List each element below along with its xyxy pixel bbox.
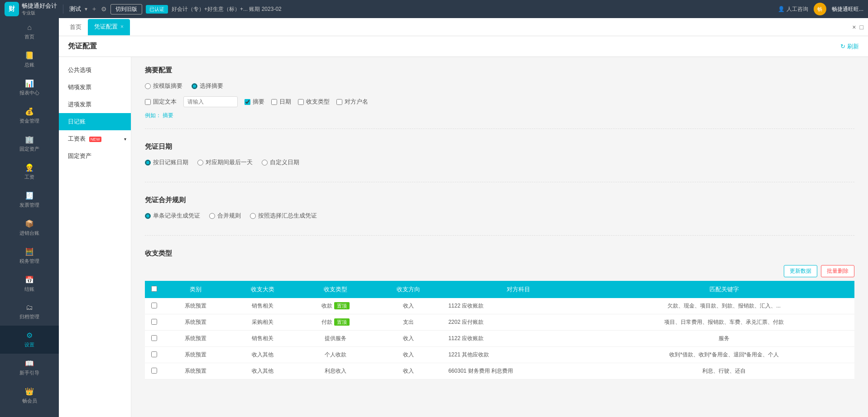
sidebar-item-assets[interactable]: 🏢 固定资产 bbox=[0, 130, 59, 158]
salary-icon: 👷 bbox=[25, 163, 34, 172]
summary-radio-group: 按模版摘要 选择摘要 bbox=[145, 82, 854, 90]
sidebar-label-reports: 报表中心 bbox=[19, 90, 39, 96]
refresh-icon: ↻ bbox=[840, 43, 845, 50]
row-category-3: 系统预置 bbox=[163, 347, 228, 363]
env-dropdown-icon[interactable]: ▾ bbox=[85, 6, 87, 12]
add-icon[interactable]: ＋ bbox=[91, 5, 97, 13]
row-checkbox-1[interactable] bbox=[145, 314, 163, 331]
sidebar-item-stock[interactable]: 📦 进销台账 bbox=[0, 214, 59, 242]
tab-close-btn[interactable]: × bbox=[120, 24, 124, 30]
archive-icon: 🗂 bbox=[26, 303, 33, 312]
sidebar-item-ledger[interactable]: 📒 总账 bbox=[0, 46, 59, 74]
tab-voucher-config[interactable]: 凭证配置 × bbox=[88, 19, 130, 35]
checkbox-counterparty-label: 对方户名 bbox=[345, 98, 368, 106]
left-nav-public[interactable]: 公共选项 bbox=[59, 62, 131, 79]
left-nav-fixed-assets[interactable]: 固定资产 bbox=[59, 147, 131, 165]
row-checkbox-3[interactable] bbox=[145, 347, 163, 363]
sidebar-label-settings: 设置 bbox=[24, 341, 34, 348]
radio-summary-gen-input[interactable] bbox=[250, 213, 256, 219]
checkbox-counterparty[interactable]: 对方户名 bbox=[336, 98, 368, 106]
sidebar-item-member[interactable]: 👑 畅会员 bbox=[0, 382, 59, 410]
summary-section: 摘要配置 按模版摘要 选择摘要 bbox=[145, 66, 854, 129]
sidebar-item-funds[interactable]: 💰 资金管理 bbox=[0, 102, 59, 130]
row-checkbox-2[interactable] bbox=[145, 331, 163, 347]
radio-template-input[interactable] bbox=[145, 83, 151, 89]
summary-title: 摘要配置 bbox=[145, 66, 854, 75]
radio-single-input[interactable] bbox=[145, 213, 151, 219]
radio-select[interactable]: 选择摘要 bbox=[192, 82, 223, 90]
left-nav-sales-label: 销项发票 bbox=[68, 84, 91, 90]
radio-single[interactable]: 单条记录生成凭证 bbox=[145, 212, 200, 220]
window-restore-btn[interactable]: □ bbox=[860, 24, 863, 31]
radio-summary-gen[interactable]: 按照选择汇总生成凭证 bbox=[250, 212, 317, 220]
config-wrapper: 公共选项 销项发票 进项发票 日记账 工资表 NEW bbox=[59, 57, 868, 417]
checkbox-date-input[interactable] bbox=[271, 99, 277, 105]
row-category-0: 系统预置 bbox=[163, 298, 228, 314]
radio-last-day-input[interactable] bbox=[197, 160, 203, 166]
checkbox-summary-input[interactable] bbox=[245, 99, 250, 105]
sidebar-item-guide[interactable]: 📖 新手引导 bbox=[0, 354, 59, 382]
radio-custom-date[interactable]: 自定义日期 bbox=[262, 158, 299, 166]
checkbox-cash-type-input[interactable] bbox=[298, 99, 304, 105]
settings-icon[interactable]: ⚙ bbox=[101, 5, 107, 13]
radio-journal-date-label: 按日记账日期 bbox=[153, 158, 188, 166]
select-all-checkbox[interactable] bbox=[151, 286, 157, 292]
checkbox-cash-type[interactable]: 收支类型 bbox=[298, 98, 330, 106]
radio-merge-rule[interactable]: 合并规则 bbox=[209, 212, 241, 220]
radio-last-day-label: 对应期间最后一天 bbox=[206, 158, 253, 166]
switch-btn[interactable]: 切到旧版 bbox=[110, 4, 142, 14]
fixed-text-input[interactable] bbox=[183, 96, 238, 107]
radio-journal-date[interactable]: 按日记账日期 bbox=[145, 158, 188, 166]
refresh-btn[interactable]: ↻ 刷新 bbox=[840, 43, 859, 51]
sidebar-label-tax: 税务管理 bbox=[19, 258, 39, 265]
sidebar-item-home[interactable]: ⌂ 首页 bbox=[0, 18, 59, 46]
update-data-btn[interactable]: 更新数据 bbox=[784, 265, 817, 277]
checkbox-date[interactable]: 日期 bbox=[271, 98, 291, 106]
user-service[interactable]: 👤 人工咨询 bbox=[778, 5, 808, 13]
sidebar-item-invoice[interactable]: 🧾 发票管理 bbox=[0, 186, 59, 214]
row-category-2: 系统预置 bbox=[163, 331, 228, 347]
checkbox-summary[interactable]: 摘要 bbox=[245, 98, 264, 106]
row-account-0: 1122 应收账款 bbox=[443, 298, 594, 314]
stock-icon: 📦 bbox=[25, 219, 34, 228]
tab-home[interactable]: 首页 bbox=[63, 19, 88, 35]
sidebar-item-salary[interactable]: 👷 工资 bbox=[0, 158, 59, 186]
left-nav-purchase-label: 进项发票 bbox=[68, 101, 91, 108]
table-row: 系统预置 收入其他 利息收入 收入 660301 财务费用 利息费用 利息、行驶… bbox=[145, 363, 854, 379]
radio-select-input[interactable] bbox=[192, 83, 197, 89]
row-keywords-4: 利息、行驶、还自 bbox=[594, 363, 854, 379]
config-panel: 摘要配置 按模版摘要 选择摘要 bbox=[131, 57, 868, 417]
left-nav-journal[interactable]: 日记账 bbox=[59, 113, 131, 130]
sidebar-item-archive[interactable]: 🗂 归档管理 bbox=[0, 298, 59, 326]
batch-delete-btn[interactable]: 批量删除 bbox=[821, 265, 854, 277]
date-section: 凭证日期 按日记账日期 对应期间最后一天 bbox=[145, 142, 854, 182]
checkbox-summary-label: 摘要 bbox=[253, 98, 264, 106]
sidebar-item-settings[interactable]: ⚙ 设置 bbox=[0, 326, 59, 354]
sidebar-item-tax[interactable]: 🧮 税务管理 bbox=[0, 242, 59, 270]
example-value: 摘要 bbox=[163, 112, 173, 118]
radio-merge-rule-input[interactable] bbox=[209, 213, 215, 219]
radio-template[interactable]: 按模版摘要 bbox=[145, 82, 182, 90]
radio-custom-date-input[interactable] bbox=[262, 160, 268, 166]
left-nav-payroll[interactable]: 工资表 NEW ▾ bbox=[59, 130, 131, 147]
gear-icon: ⚙ bbox=[26, 331, 33, 340]
sidebar-item-reports[interactable]: 📊 报表中心 bbox=[0, 74, 59, 102]
row-checkbox-0[interactable] bbox=[145, 298, 163, 314]
checkbox-fixed-text-input[interactable] bbox=[145, 99, 151, 105]
sidebar-label-stock: 进销台账 bbox=[19, 230, 39, 237]
radio-last-day[interactable]: 对应期间最后一天 bbox=[197, 158, 253, 166]
left-nav-sales-invoice[interactable]: 销项发票 bbox=[59, 79, 131, 96]
checkbox-counterparty-input[interactable] bbox=[336, 99, 342, 105]
window-close-btn[interactable]: × bbox=[852, 24, 856, 31]
row-checkbox-4[interactable] bbox=[145, 363, 163, 379]
radio-journal-date-input[interactable] bbox=[145, 160, 151, 166]
row-type-3: 个人收款 bbox=[297, 347, 374, 363]
payroll-chevron-icon: ▾ bbox=[124, 137, 126, 142]
th-keywords: 匹配关键字 bbox=[594, 281, 854, 298]
left-nav-purchase-invoice[interactable]: 进项发票 bbox=[59, 96, 131, 113]
row-big-type-4: 收入其他 bbox=[228, 363, 297, 379]
sidebar-item-close[interactable]: 📅 结账 bbox=[0, 270, 59, 298]
refresh-label: 刷新 bbox=[847, 43, 859, 51]
home-icon: ⌂ bbox=[27, 24, 32, 32]
checkbox-fixed-text[interactable]: 固定文本 bbox=[145, 98, 177, 106]
